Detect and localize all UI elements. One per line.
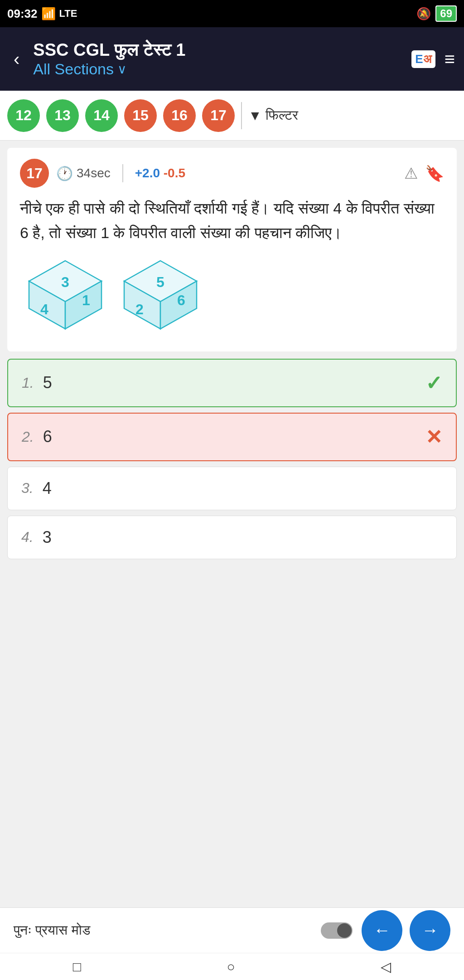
filter-label: फिल्टर <box>266 107 298 123</box>
section-subtitle[interactable]: All Sections ∨ <box>33 60 402 78</box>
status-bar: 09:32 📶 LTE 🔕 69 <box>0 0 464 27</box>
option-1-num: 1. <box>22 375 34 391</box>
system-nav: □ ○ ◁ <box>0 953 464 980</box>
chevron-down-icon: ∨ <box>117 62 127 77</box>
correct-icon: ✓ <box>425 371 442 395</box>
svg-text:4: 4 <box>40 301 48 317</box>
positive-score: +2.0 <box>135 166 160 180</box>
filter-button[interactable]: ▼ फिल्टर <box>248 107 298 123</box>
negative-score: -0.5 <box>164 166 185 180</box>
svg-text:2: 2 <box>135 301 144 317</box>
option-3-num: 3. <box>21 480 34 497</box>
option-4[interactable]: 4. 3 <box>7 516 457 559</box>
option-2[interactable]: 2. 6 ✕ <box>7 413 457 461</box>
menu-button[interactable]: ≡ <box>445 49 455 69</box>
subtitle-text: All Sections <box>33 60 114 78</box>
tabs-divider <box>241 102 242 129</box>
options-area: 1. 5 ✓ 2. 6 ✕ 3. 4 4. 3 <box>0 359 464 559</box>
bottom-bar: पुनः प्रयास मोड ← → <box>0 907 464 953</box>
timer-block: 🕐 34sec <box>56 166 111 181</box>
app-header: ‹ SSC CGL फुल टेस्ट 1 All Sections ∨ E अ… <box>0 27 464 91</box>
wrong-icon: ✕ <box>425 425 442 449</box>
home-circle-icon[interactable]: ○ <box>227 959 235 975</box>
option-1[interactable]: 1. 5 ✓ <box>7 359 457 407</box>
language-toggle[interactable]: E अ <box>411 50 435 68</box>
tab-q14[interactable]: 14 <box>85 99 118 132</box>
warning-icon[interactable]: ⚠ <box>404 164 418 182</box>
header-divider <box>122 164 123 182</box>
svg-text:6: 6 <box>177 292 185 308</box>
svg-text:3: 3 <box>61 274 69 290</box>
lte-icon: LTE <box>59 8 77 20</box>
svg-text:1: 1 <box>82 292 90 308</box>
page-title: SSC CGL फुल टेस्ट 1 <box>33 40 402 60</box>
retry-mode-label: पुनः प्रयास मोड <box>14 922 316 938</box>
question-text: नीचे एक ही पासे की दो स्थितियाँ दर्शायी … <box>20 196 444 245</box>
option-1-text: 5 <box>43 373 425 392</box>
option-2-text: 6 <box>43 427 425 446</box>
title-block: SSC CGL फुल टेस्ट 1 All Sections ∨ <box>33 40 402 78</box>
timer-value: 34sec <box>77 166 111 180</box>
bottom-spacer <box>0 565 464 637</box>
question-number-badge: 17 <box>20 159 49 188</box>
filter-icon: ▼ <box>248 108 262 123</box>
back-triangle-icon[interactable]: ◁ <box>381 959 391 975</box>
tab-q13[interactable]: 13 <box>46 99 79 132</box>
option-4-text: 3 <box>43 528 443 547</box>
status-left: 09:32 📶 LTE <box>7 7 77 21</box>
battery-level: 69 <box>435 5 457 22</box>
lang-hindi: अ <box>423 52 432 66</box>
tab-q15[interactable]: 15 <box>124 99 157 132</box>
signal-icon: 📶 <box>41 7 56 21</box>
navigation-buttons: ← → <box>362 910 450 951</box>
prev-button[interactable]: ← <box>362 910 402 951</box>
option-2-num: 2. <box>22 429 34 445</box>
header-icons: E अ ≡ <box>411 49 455 69</box>
tab-q17[interactable]: 17 <box>202 99 235 132</box>
question-area: 17 🕐 34sec +2.0 -0.5 ⚠ 🔖 नीचे एक ही पासे… <box>7 148 457 351</box>
dice-illustration: 3 4 1 5 2 6 <box>20 256 444 333</box>
option-3-text: 4 <box>43 479 443 498</box>
option-4-num: 4. <box>21 529 34 546</box>
bookmark-icon[interactable]: 🔖 <box>425 164 444 182</box>
status-time: 09:32 <box>7 7 38 21</box>
dice-2: 5 2 6 <box>120 256 201 333</box>
question-tabs: 12 13 14 15 16 17 ▼ फिल्टर <box>0 91 464 141</box>
scoring-block: +2.0 -0.5 <box>135 166 185 180</box>
status-right: 🔕 69 <box>416 5 457 22</box>
vibrate-icon: 🔕 <box>416 7 431 21</box>
retry-toggle[interactable] <box>321 922 353 939</box>
next-button[interactable]: → <box>410 910 450 951</box>
timer-icon: 🕐 <box>56 166 73 181</box>
lang-english: E <box>415 52 423 66</box>
option-3[interactable]: 3. 4 <box>7 467 457 510</box>
svg-text:5: 5 <box>156 274 164 290</box>
dice-1: 3 4 1 <box>24 256 106 333</box>
tab-q16[interactable]: 16 <box>163 99 196 132</box>
toggle-knob <box>337 923 352 938</box>
question-header: 17 🕐 34sec +2.0 -0.5 ⚠ 🔖 <box>20 159 444 188</box>
home-square-icon[interactable]: □ <box>73 959 81 975</box>
back-button[interactable]: ‹ <box>9 44 24 74</box>
tab-q12[interactable]: 12 <box>7 99 40 132</box>
